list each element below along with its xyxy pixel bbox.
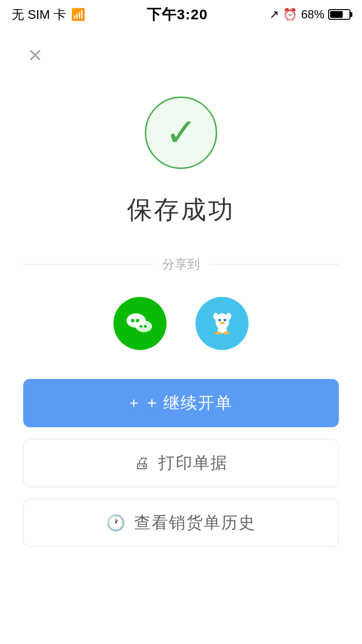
svg-point-1 [131,319,134,322]
close-button[interactable]: ✕ [23,43,47,68]
share-label-wrap: 分享到 [23,256,339,273]
action-buttons: + + 继续开单 🖨 打印单据 🕐 查看销货单历史 [23,379,339,547]
svg-point-12 [220,322,224,324]
close-icon: ✕ [28,46,43,65]
status-left: 无 SIM 卡 📶 [12,6,85,23]
svg-point-11 [224,319,225,321]
alarm-icon: ⏰ [283,8,297,21]
svg-point-2 [136,319,139,322]
svg-point-14 [226,313,231,320]
share-label: 分享到 [153,256,209,273]
qq-icon [207,308,238,339]
clock-icon: 🕐 [106,515,126,531]
battery-percent: 68% [301,8,324,21]
location-icon: ↗ [269,8,279,21]
success-title: 保存成功 [127,193,235,227]
checkmark-icon: ✓ [165,113,197,152]
status-bar: 无 SIM 卡 📶 下午3:20 ↗ ⏰ 68% [0,0,362,29]
plus-icon: + [129,395,139,411]
printer-icon: 🖨 [134,455,151,471]
wechat-icon [125,308,156,339]
status-time: 下午3:20 [147,5,208,25]
page-container: ✕ ✓ 保存成功 分享到 [0,29,362,644]
print-label: 打印单据 [158,452,228,474]
status-right: ↗ ⏰ 68% [269,8,350,21]
print-button[interactable]: 🖨 打印单据 [23,439,339,487]
history-label: 查看销货单历史 [134,512,256,534]
svg-point-13 [213,313,218,320]
battery-icon [328,9,350,20]
close-button-row: ✕ [23,29,339,77]
success-icon-circle: ✓ [145,97,217,169]
continue-order-label: + 继续开单 [147,392,233,414]
share-section: 分享到 [23,256,339,273]
continue-order-button[interactable]: + + 继续开单 [23,379,339,427]
no-sim-label: 无 SIM 卡 [12,6,66,23]
qq-share-button[interactable] [195,297,249,350]
share-icons-row [113,297,249,350]
svg-point-3 [136,321,152,332]
svg-point-4 [139,325,142,328]
svg-point-5 [144,325,147,328]
wifi-icon: 📶 [71,8,85,21]
svg-point-10 [219,319,220,321]
svg-point-16 [223,332,230,335]
history-button[interactable]: 🕐 查看销货单历史 [23,499,339,547]
wechat-share-button[interactable] [113,297,167,350]
svg-point-15 [215,332,222,335]
